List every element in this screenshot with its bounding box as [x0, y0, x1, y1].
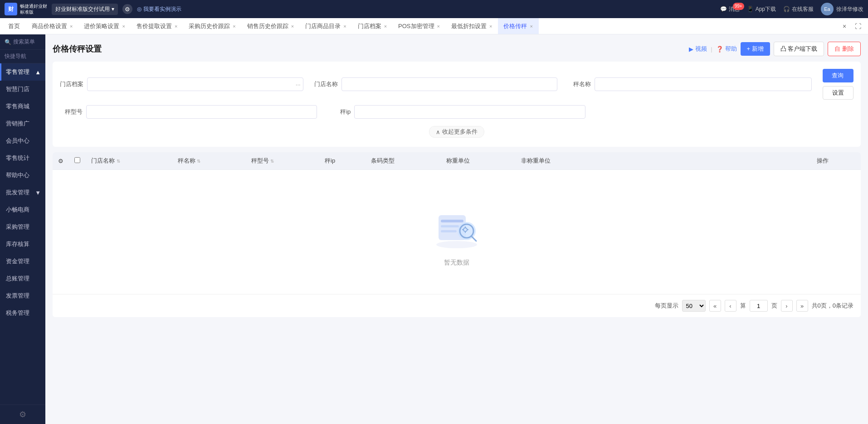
sidebar-item-inventory[interactable]: 库存核算 — [0, 236, 45, 253]
sidebar-item-invoice-label: 发票管理 — [6, 292, 29, 300]
sidebar-item-smart-store[interactable]: 智慧门店 — [0, 81, 45, 98]
sort-scale-model-icon[interactable]: ⇅ — [270, 159, 274, 164]
tab-product-price[interactable]: 商品价格设置 × — [26, 18, 78, 34]
sidebar-search[interactable]: 🔍 搜索菜单 — [0, 34, 45, 50]
tab-product-price-close[interactable]: × — [70, 24, 73, 29]
add-button[interactable]: + 新增 — [741, 42, 770, 56]
tab-price-scale-close[interactable]: × — [530, 24, 532, 29]
pagination: 每页显示 50 10 20 100 « ‹ 算 页 › » 共0页，0条记录 — [53, 294, 861, 317]
th-weight-unit: 称重单位 — [441, 152, 516, 170]
sidebar-item-ledger-label: 总账管理 — [6, 275, 29, 283]
query-button[interactable]: 查询 — [823, 69, 853, 82]
scale-name-label: 秤名称 — [568, 80, 591, 88]
tab-purchase-strategy-label: 进价策略设置 — [84, 22, 119, 30]
sidebar-item-marketing[interactable]: 营销推广 — [0, 115, 45, 132]
store-profile-input[interactable] — [87, 77, 303, 91]
help-label: 帮助 — [725, 45, 737, 53]
th-settings[interactable]: ⚙ — [53, 152, 69, 170]
empty-text: 暂无数据 — [444, 259, 469, 267]
table-header-row: ⚙ 门店名称 ⇅ 秤名称 ⇅ 秤型号 — [53, 152, 861, 170]
tab-min-discount[interactable]: 最低折扣设置 × — [446, 18, 498, 34]
store-profile-input-wrapper: ··· — [87, 77, 303, 91]
th-scale-ip: 秤ip — [319, 152, 366, 170]
main-layout: 🔍 搜索菜单 快捷导航 零售管理 ▲ 智慧门店 零售商城 营销推广 会员中心 零… — [0, 34, 868, 424]
sidebar-item-purchase[interactable]: 采购管理 — [0, 218, 45, 236]
sidebar-item-retail-management[interactable]: 零售管理 ▲ — [0, 63, 45, 81]
scale-name-input[interactable] — [595, 77, 812, 91]
next-page-button[interactable]: › — [781, 300, 793, 312]
sidebar-quick-nav-label: 快捷导航 — [5, 53, 26, 59]
topbar-settings-button[interactable]: ⚙ — [122, 4, 132, 14]
per-page-select[interactable]: 50 10 20 100 — [682, 300, 706, 312]
data-table: ⚙ 门店名称 ⇅ 秤名称 ⇅ 秤型号 — [53, 152, 861, 170]
user-name: 徐泽华修改 — [836, 5, 863, 13]
sidebar-item-ecommerce[interactable]: 小畅电商 — [0, 201, 45, 218]
sidebar-settings-button[interactable]: ⚙ — [19, 410, 26, 419]
sidebar-item-member[interactable]: 会员中心 — [0, 132, 45, 149]
tab-home[interactable]: 首页 — [2, 18, 26, 34]
sidebar-item-tax[interactable]: 税务管理 — [0, 304, 45, 322]
sidebar-item-retail-mall[interactable]: 零售商城 — [0, 98, 45, 115]
tab-store-profile-label: 门店档案 — [358, 22, 381, 30]
app-download-icon: 📱 — [747, 6, 754, 12]
first-page-button[interactable]: « — [709, 300, 721, 312]
tab-min-discount-label: 最低折扣设置 — [451, 22, 487, 30]
store-name-input[interactable] — [341, 77, 558, 91]
version-dropdown[interactable]: 好业财标准版交付试用 ▾ — [52, 4, 118, 15]
sort-scale-name-icon[interactable]: ⇅ — [197, 159, 200, 164]
tab-sale-price[interactable]: 售价提取设置 × — [131, 18, 183, 34]
sidebar-item-finance[interactable]: 资金管理 — [0, 253, 45, 270]
store-profile-more-icon[interactable]: ··· — [296, 81, 301, 88]
tab-purchase-strategy[interactable]: 进价策略设置 × — [78, 18, 131, 34]
sidebar-item-invoice[interactable]: 发票管理 — [0, 287, 45, 304]
sidebar-item-ledger[interactable]: 总账管理 — [0, 270, 45, 287]
tab-store-profile-close[interactable]: × — [384, 24, 387, 29]
page-header: 价格传秤设置 ▶ 视频 | ❓ 帮助 + 新增 凸 客户端下载 自 删除 — [53, 42, 861, 56]
collapse-button[interactable]: ∧ 收起更多条件 — [429, 126, 484, 138]
tab-pos-encrypt-close[interactable]: × — [437, 24, 440, 29]
tab-store-profile[interactable]: 门店档案 × — [352, 18, 393, 34]
delete-button[interactable]: 自 删除 — [828, 42, 861, 56]
settings-form-button[interactable]: 设置 — [823, 86, 853, 100]
tab-maximize-button[interactable]: ⛶ — [853, 21, 863, 32]
last-page-button[interactable]: » — [796, 300, 808, 312]
tab-sales-history[interactable]: 销售历史价跟踪 × — [242, 18, 300, 34]
sidebar: 🔍 搜索菜单 快捷导航 零售管理 ▲ 智慧门店 零售商城 营销推广 会员中心 零… — [0, 34, 45, 424]
sidebar-bottom: ⚙ — [0, 405, 45, 424]
tab-store-catalog[interactable]: 门店商品目录 × — [300, 18, 352, 34]
sidebar-quick-nav[interactable]: 快捷导航 — [0, 50, 45, 63]
tab-min-discount-close[interactable]: × — [489, 24, 492, 29]
demo-link[interactable]: ◎ 我要看实例演示 — [137, 5, 181, 13]
download-button[interactable]: 凸 客户端下载 — [774, 42, 824, 56]
help-link[interactable]: ❓ 帮助 — [716, 45, 737, 53]
page-actions: ▶ 视频 | ❓ 帮助 + 新增 凸 客户端下载 自 删除 — [689, 42, 861, 56]
scale-model-input[interactable] — [86, 105, 317, 119]
tab-pos-encrypt[interactable]: POS加密管理 × — [393, 18, 446, 34]
scale-model-label: 秤型号 — [60, 108, 83, 116]
scale-ip-input[interactable] — [354, 105, 585, 119]
tab-sale-price-label: 售价提取设置 — [137, 22, 172, 30]
tab-purchase-strategy-close[interactable]: × — [122, 24, 125, 29]
svg-rect-3 — [441, 225, 459, 227]
tab-close-all-button[interactable]: × — [839, 21, 850, 32]
tab-price-scale[interactable]: 价格传秤 × — [498, 18, 538, 34]
message-button[interactable]: 💬 消息 99+ — [720, 5, 740, 13]
prev-page-button[interactable]: ‹ — [725, 300, 736, 312]
sidebar-item-help[interactable]: 帮助中心 — [0, 167, 45, 184]
tab-purchase-history-close[interactable]: × — [233, 24, 235, 29]
user-profile[interactable]: Ea 徐泽华修改 — [821, 3, 863, 15]
th-store-name-label: 门店名称 — [91, 157, 115, 164]
tab-purchase-history[interactable]: 采购历史价跟踪 × — [183, 18, 241, 34]
tab-sales-history-close[interactable]: × — [291, 24, 294, 29]
tab-sale-price-close[interactable]: × — [175, 24, 177, 29]
app-download-button[interactable]: 📱 App下载 — [747, 5, 776, 13]
th-checkbox[interactable] — [69, 152, 86, 170]
sort-store-name-icon[interactable]: ⇅ — [117, 159, 120, 164]
video-link[interactable]: ▶ 视频 — [689, 45, 707, 53]
tab-store-catalog-close[interactable]: × — [343, 24, 346, 29]
current-page-input[interactable] — [750, 300, 768, 312]
service-button[interactable]: 🎧 在线客服 — [783, 5, 814, 13]
sidebar-item-retail-stats[interactable]: 零售统计 — [0, 149, 45, 167]
sidebar-item-wholesale[interactable]: 批发管理 ▼ — [0, 184, 45, 201]
select-all-checkbox[interactable] — [74, 157, 80, 163]
